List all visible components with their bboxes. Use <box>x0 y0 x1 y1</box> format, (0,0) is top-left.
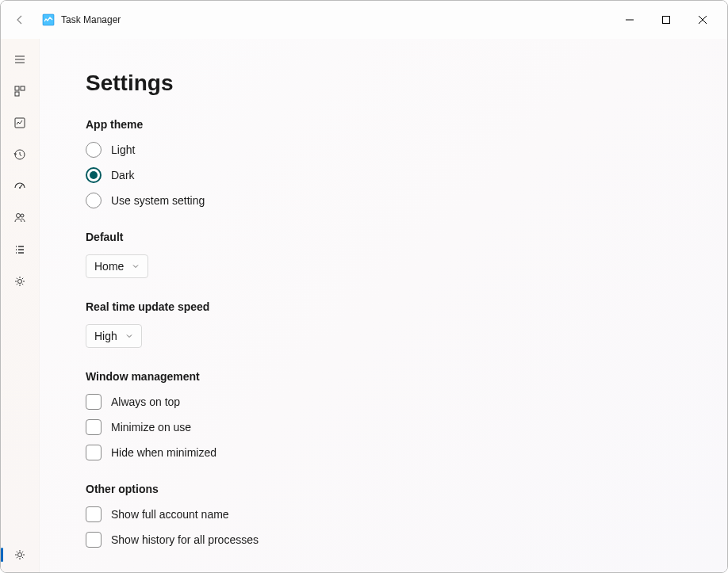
radio-system[interactable]: Use system setting <box>86 193 727 208</box>
radio-icon <box>86 142 102 158</box>
checkbox-icon <box>86 506 102 522</box>
checkbox-label: Always on top <box>111 395 180 408</box>
gear-icon <box>13 548 26 561</box>
performance-icon <box>13 117 26 129</box>
hamburger-icon <box>13 53 26 66</box>
page-title: Settings <box>86 71 727 96</box>
checkbox-label: Show full account name <box>111 508 229 521</box>
radio-icon <box>86 193 102 208</box>
checkbox-icon <box>86 419 102 435</box>
dropdown-value: Home <box>94 260 124 273</box>
users-icon <box>13 212 26 224</box>
checkbox-label: Hide when minimized <box>111 446 216 459</box>
svg-rect-2 <box>663 17 670 24</box>
processes-icon <box>13 85 26 97</box>
section-default: Default Home <box>86 231 727 278</box>
update-speed-dropdown[interactable]: High <box>86 324 142 348</box>
close-icon <box>699 16 707 24</box>
svg-point-10 <box>21 214 24 217</box>
radio-label: Dark <box>111 169 135 181</box>
dropdown-value: High <box>94 330 117 342</box>
checkbox-minimize-on-use[interactable]: Minimize on use <box>86 419 727 435</box>
checkbox-label: Show history for all processes <box>111 533 259 546</box>
settings-content: Settings App theme Light Dark Use system… <box>40 39 727 572</box>
section-window-management: Window management Always on top Minimize… <box>86 370 727 460</box>
sidebar-item-details[interactable] <box>4 235 36 264</box>
section-update-speed: Real time update speed High <box>86 300 727 348</box>
svg-rect-4 <box>21 86 25 90</box>
maximize-icon <box>662 16 670 24</box>
history-icon <box>13 148 26 161</box>
window-controls <box>611 7 721 32</box>
section-label: Window management <box>86 370 727 383</box>
svg-rect-5 <box>15 92 19 96</box>
sidebar-item-performance[interactable] <box>4 109 36 137</box>
sidebar-item-services[interactable] <box>4 267 36 296</box>
checkbox-icon <box>86 394 102 410</box>
radio-label: Use system setting <box>111 194 205 207</box>
sidebar-item-app-history[interactable] <box>4 140 36 169</box>
checkbox-always-on-top[interactable]: Always on top <box>86 394 727 410</box>
checkbox-label: Minimize on use <box>111 421 191 434</box>
section-label: Default <box>86 231 727 243</box>
sidebar-item-users[interactable] <box>4 204 36 232</box>
sidebar-item-settings[interactable] <box>4 541 36 569</box>
back-button[interactable] <box>7 7 33 32</box>
services-icon <box>13 275 26 288</box>
maximize-button[interactable] <box>648 7 684 32</box>
svg-point-9 <box>17 214 21 218</box>
section-app-theme: App theme Light Dark Use system setting <box>86 118 727 208</box>
minimize-button[interactable] <box>611 7 648 32</box>
section-label: Other options <box>86 483 727 495</box>
close-button[interactable] <box>684 7 721 32</box>
svg-rect-3 <box>15 86 19 90</box>
default-page-dropdown[interactable]: Home <box>86 254 148 278</box>
radio-dark[interactable]: Dark <box>86 167 727 183</box>
svg-point-12 <box>18 553 22 557</box>
checkbox-show-full-account-name[interactable]: Show full account name <box>86 506 727 522</box>
sidebar-item-startup[interactable] <box>4 172 36 201</box>
svg-point-11 <box>18 280 22 284</box>
chevron-down-icon <box>125 332 133 340</box>
details-icon <box>13 243 26 256</box>
section-label: Real time update speed <box>86 300 727 313</box>
svg-rect-6 <box>15 118 25 128</box>
checkbox-icon <box>86 445 102 460</box>
sidebar-item-processes[interactable] <box>4 77 36 105</box>
titlebar: Task Manager <box>1 1 727 39</box>
hamburger-button[interactable] <box>4 45 36 74</box>
arrow-left-icon <box>13 13 26 26</box>
minimize-icon <box>626 16 634 24</box>
svg-point-8 <box>19 187 21 189</box>
checkbox-hide-when-minimized[interactable]: Hide when minimized <box>86 445 727 460</box>
app-icon <box>42 13 55 26</box>
radio-light[interactable]: Light <box>86 142 727 158</box>
chevron-down-icon <box>132 262 140 270</box>
checkbox-show-history-all-processes[interactable]: Show history for all processes <box>86 532 727 548</box>
app-title: Task Manager <box>61 14 121 25</box>
checkbox-icon <box>86 532 102 548</box>
radio-icon <box>86 167 102 183</box>
section-label: App theme <box>86 118 727 131</box>
sidebar <box>1 39 40 572</box>
radio-label: Light <box>111 143 135 156</box>
startup-icon <box>13 180 26 193</box>
section-other-options: Other options Show full account name Sho… <box>86 483 727 548</box>
